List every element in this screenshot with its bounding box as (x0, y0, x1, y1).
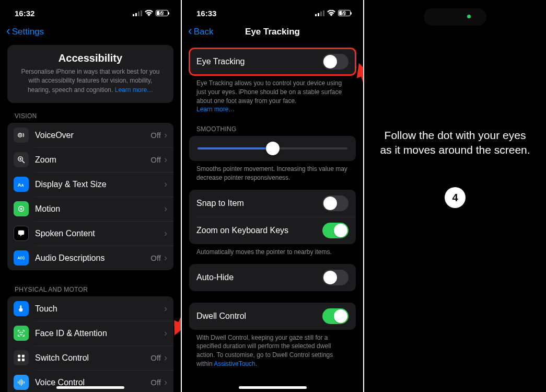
row-display-text-size[interactable]: AADisplay & Text Size› (7, 172, 173, 197)
section-header-vision: VISION (0, 112, 181, 123)
row-zoom-keyboard-keys[interactable]: Zoom on Keyboard Keys (189, 217, 356, 244)
chevron-right-icon: › (164, 252, 167, 263)
countdown-badge: 4 (445, 187, 466, 208)
svg-rect-26 (24, 382, 24, 384)
chevron-right-icon: › (164, 377, 167, 388)
wifi-icon (327, 10, 335, 16)
nav-back-button[interactable]: ‹ Settings (6, 27, 44, 37)
row-voiceover[interactable]: VoiceOverOff› (7, 123, 173, 147)
zoom-keys-label: Zoom on Keyboard Keys (196, 226, 288, 235)
chevron-right-icon: › (164, 303, 167, 314)
row-value: Off (150, 378, 161, 387)
nav-bar: ‹ Back Eye Tracking (182, 21, 363, 42)
smoothing-slider[interactable] (198, 147, 347, 149)
row-switch-control[interactable]: Switch ControlOff› (7, 345, 173, 370)
smoothing-description: Smooths pointer movement. Increasing thi… (182, 161, 363, 190)
eye-tracking-label: Eye Tracking (196, 57, 245, 66)
status-time: 16:33 (196, 9, 216, 18)
list-vision: VoiceOverOff›ZoomOff›AADisplay & Text Si… (7, 123, 173, 270)
screenshot-eye-tracking-calibration: Follow the dot with your eyes as it move… (364, 0, 546, 392)
dwell-toggle[interactable] (322, 308, 348, 324)
learn-more-link[interactable]: Learn more… (115, 86, 153, 94)
screenshot-eye-tracking-settings: 16:33 59 ‹ Back Eye Tracking Eye Trackin… (182, 0, 364, 392)
snap-group: Snap to Item Zoom on Keyboard Keys (189, 190, 356, 244)
row-label: Motion (35, 204, 164, 214)
nav-title: Eye Tracking (182, 27, 363, 37)
status-icons: 59 (315, 10, 351, 16)
svg-rect-22 (18, 382, 18, 384)
row-eye-tracking-toggle[interactable]: Eye Tracking (189, 48, 356, 75)
row-auto-hide[interactable]: Auto-Hide (189, 264, 356, 291)
chevron-left-icon: ‹ (6, 25, 10, 37)
row-snap-to-item[interactable]: Snap to Item (189, 190, 356, 217)
row-label: VoiceOver (35, 131, 150, 140)
eye-tracking-description: Eye Tracking allows you to control your … (182, 75, 363, 121)
autohide-toggle[interactable] (322, 270, 348, 285)
svg-rect-35 (318, 13, 319, 16)
status-time: 16:32 (15, 9, 34, 18)
list-physical: Touch›Face ID & Attention›Switch Control… (7, 296, 173, 392)
snap-toggle[interactable] (322, 195, 348, 211)
svg-point-16 (20, 332, 20, 333)
dwell-label: Dwell Control (196, 312, 246, 321)
snap-label: Snap to Item (196, 199, 244, 208)
snap-description: Automatically moves the pointer to nearb… (182, 244, 363, 264)
hero-card: Accessibility Personalise iPhone in ways… (7, 45, 173, 103)
svg-rect-18 (18, 355, 20, 358)
screenshot-accessibility-settings: 16:32 59 ‹ Settings Accessibility Person… (0, 0, 182, 392)
learn-more-link[interactable]: Learn more… (196, 106, 235, 113)
eye-tracking-toggle[interactable] (322, 54, 348, 70)
svg-rect-24 (21, 379, 21, 386)
cellular-icon (315, 10, 324, 16)
row-label: Touch (35, 304, 164, 314)
nav-back-label: Settings (12, 27, 44, 37)
chevron-right-icon: › (164, 130, 167, 141)
autohide-group: Auto-Hide (189, 264, 356, 291)
row-label: Audio Descriptions (35, 253, 150, 263)
svg-rect-21 (22, 359, 25, 361)
svg-text:A: A (21, 183, 24, 188)
svg-point-17 (22, 332, 22, 333)
slider-thumb[interactable] (266, 142, 280, 155)
textsize-icon: AA (14, 177, 29, 192)
svg-rect-1 (135, 13, 137, 16)
row-spoken-content[interactable]: Spoken Content› (7, 221, 173, 246)
row-dwell-control[interactable]: Dwell Control (189, 303, 356, 330)
row-label: Display & Text Size (35, 180, 164, 189)
row-label: Zoom (35, 155, 150, 165)
row-label: Face ID & Attention (35, 329, 164, 338)
cellular-icon (133, 10, 142, 16)
assistive-touch-link[interactable]: AssistiveTouch (214, 360, 255, 367)
spoken-icon (14, 226, 29, 241)
nav-bar: ‹ Settings (0, 21, 181, 42)
voice-icon (14, 375, 29, 390)
smoothing-slider-group (189, 136, 356, 161)
home-indicator[interactable] (239, 386, 307, 389)
svg-point-5 (19, 134, 21, 136)
svg-rect-19 (22, 355, 25, 358)
row-zoom[interactable]: ZoomOff› (7, 147, 173, 172)
chevron-right-icon: › (164, 154, 167, 165)
chevron-right-icon: › (164, 203, 167, 214)
row-touch[interactable]: Touch› (7, 296, 173, 321)
zoom-keys-toggle[interactable] (322, 223, 348, 238)
home-indicator[interactable] (56, 386, 124, 389)
row-audio-descriptions[interactable]: ADAudio DescriptionsOff› (7, 246, 173, 270)
row-label: Spoken Content (35, 229, 164, 238)
calibration-instruction: Follow the dot with your eyes as it move… (364, 128, 546, 158)
page-title: Accessibility (17, 52, 164, 64)
svg-rect-3 (141, 10, 142, 16)
row-label: Voice Control (35, 378, 150, 387)
section-header-smoothing: SMOOTHING (182, 125, 363, 136)
row-value: Off (150, 253, 161, 262)
dynamic-island (424, 8, 486, 26)
svg-rect-25 (22, 380, 23, 385)
chevron-right-icon: › (164, 228, 167, 239)
chevron-right-icon: › (164, 352, 167, 363)
row-label: Switch Control (35, 353, 150, 363)
section-header-physical: PHYSICAL AND MOTOR (0, 286, 181, 296)
svg-line-7 (22, 161, 25, 163)
row-motion[interactable]: Motion› (7, 197, 173, 221)
svg-rect-23 (19, 380, 20, 385)
row-face-id-attention[interactable]: Face ID & Attention› (7, 321, 173, 345)
